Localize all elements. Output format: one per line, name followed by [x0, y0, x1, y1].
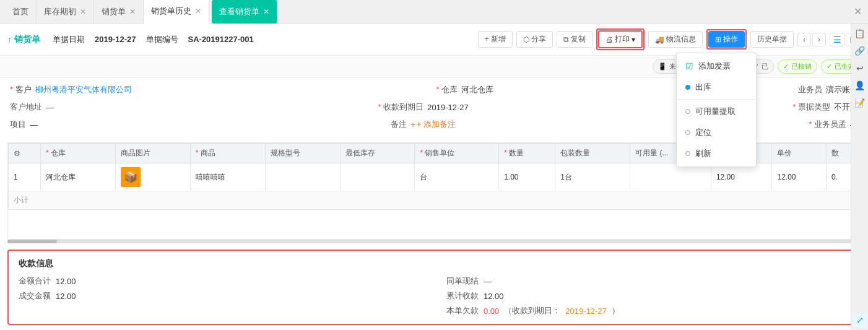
tab-sales-history[interactable]: 销货单历史 ✕ — [144, 0, 209, 24]
staff-label: 业务员 — [798, 84, 822, 95]
prev-button[interactable]: ‹ — [797, 33, 811, 46]
print-arrow: ▾ — [631, 35, 635, 44]
table-scrollbar[interactable] — [7, 240, 861, 243]
customer-field: 客户 柳州粤港平安气体有限公司 — [10, 84, 132, 95]
project-value: — — [30, 120, 38, 129]
col-product: * 商品 — [190, 144, 265, 163]
sidebar-edit-icon[interactable]: 📝 — [853, 95, 867, 110]
close-sales-tab[interactable]: ✕ — [129, 7, 136, 16]
share-button[interactable]: ⬡ 分享 — [516, 31, 553, 48]
subtotal-label: 小计 — [9, 191, 860, 210]
owed-note: （收款到期日： — [504, 305, 560, 316]
list-layout-button[interactable]: ☰ — [830, 33, 844, 46]
payment-owed-row: 本单欠款 0.00 （收款到期日： 2019-12-27 ） — [446, 305, 849, 316]
customer-value[interactable]: 柳州粤港平安气体有限公司 — [35, 84, 132, 95]
close-history-tab[interactable]: ✕ — [195, 7, 201, 15]
share-icon: ⬡ — [523, 35, 529, 44]
cell-no: 1 — [9, 163, 41, 191]
global-close-button[interactable]: ✕ — [854, 6, 862, 17]
sidebar-return-icon[interactable]: ↩ — [853, 61, 867, 76]
customer-label: 客户 — [10, 84, 32, 95]
col-quantity: * 数量 — [499, 144, 555, 163]
doc-meta: 单据日期 2019-12-27 单据编号 SA-20191227-001 — [53, 34, 478, 45]
close-inventory-tab[interactable]: ✕ — [80, 7, 86, 16]
new-button[interactable]: + 新增 — [478, 31, 513, 48]
cell-quantity: 1.00 — [499, 163, 555, 191]
dropdown-locate[interactable]: 定位 — [677, 122, 756, 143]
cell-price: 12.00 — [772, 163, 826, 191]
next-button[interactable]: › — [812, 33, 826, 46]
grid-icon: ⊞ — [715, 35, 721, 44]
note-field: 备注 + + 添加备注 — [391, 119, 456, 130]
print-icon: 🖨 — [605, 35, 613, 44]
col-settings[interactable]: ⚙ — [9, 144, 41, 163]
operations-highlight: ⊞ 操作 — [706, 29, 747, 50]
cell-unit: 台 — [415, 163, 499, 191]
payment-cumulative-row: 累计收款 12.00 — [446, 290, 849, 302]
col-unit: * 销售单位 — [415, 144, 499, 163]
warehouse-label: 仓库 — [436, 84, 458, 95]
tab-home[interactable]: 首页 — [5, 0, 37, 24]
effective-icon: ✓ — [827, 63, 832, 71]
transaction-label: 成交金额 — [19, 290, 51, 302]
cumulative-value: 12.00 — [484, 292, 504, 301]
sidebar-doc-icon[interactable]: 📋 — [853, 26, 867, 41]
truck-icon: 🚚 — [655, 35, 664, 44]
cell-product: 嘻嘻嘻嘻 — [190, 163, 265, 191]
history-button[interactable]: 历史单据 — [750, 31, 794, 48]
print-button[interactable]: 🖨 打印 ▾ — [598, 30, 643, 48]
operations-button[interactable]: ⊞ 操作 — [708, 31, 745, 48]
radio-dot-2 — [685, 109, 690, 114]
plus-icon: + — [410, 120, 415, 129]
right-sidebar: 📋 🔗 ↩ 👤 📝 ⤢ — [851, 24, 868, 330]
sold-out-pill[interactable]: ✓ 已核销 — [778, 59, 817, 74]
col-spec: 规格型号 — [265, 144, 340, 163]
dropdown-refresh[interactable]: 刷新 — [677, 143, 756, 164]
tab-view-sales[interactable]: 查看销货单 ✕ — [212, 0, 277, 24]
owed-label: 本单欠款 — [446, 305, 479, 316]
sidebar-expand-icon[interactable]: ⤢ — [853, 313, 867, 328]
payment-date-value: 2019-12-27 — [427, 103, 469, 112]
invoice-label: 票据类型 — [792, 102, 830, 113]
cumulative-label: 累计收款 — [446, 290, 479, 302]
nav-arrows: ‹ › — [797, 33, 826, 46]
address-label: 客户地址 — [10, 102, 42, 113]
doc-header: ↑ 销货单 单据日期 2019-12-27 单据编号 SA-20191227-0… — [0, 24, 868, 56]
total-label: 金额合计 — [19, 276, 51, 287]
invoice-type-field: 票据类型 不开票 — [792, 102, 858, 113]
col-image: 商品图片 — [115, 144, 190, 163]
tab-sales-order[interactable]: 销货单 ✕ — [94, 0, 144, 24]
tab-inventory-init[interactable]: 库存期初 ✕ — [37, 0, 94, 24]
sidebar-link-icon[interactable]: 🔗 — [853, 43, 867, 58]
tabs-bar: 首页 库存期初 ✕ 销货单 ✕ 销货单历史 ✕ 查看销货单 ✕ ✕ — [0, 0, 868, 24]
copy-button[interactable]: ⧉ 复制 — [557, 31, 592, 48]
close-view-tab[interactable]: ✕ — [263, 7, 269, 16]
total-value: 12.00 — [56, 277, 76, 286]
sidebar-user-icon[interactable]: 👤 — [853, 78, 867, 93]
radio-dot-3 — [685, 130, 690, 135]
doc-title: ↑ 销货单 — [7, 34, 40, 45]
note-label: 备注 — [391, 119, 407, 130]
logistics-button[interactable]: 🚚 物流信息 — [648, 31, 703, 48]
col-min-stock: 最低库存 — [340, 144, 415, 163]
owed-value: 0.00 — [484, 306, 499, 316]
table-row: 1 河北仓库 📦 嘻嘻嘻嘻 台 1.00 1台 12.00 12.00 — [9, 163, 860, 191]
col-price: 单价 — [772, 144, 826, 163]
payment-title: 收款信息 — [19, 258, 849, 269]
col-warehouse: * 仓库 — [41, 144, 116, 163]
doc-icon: ↑ — [7, 35, 12, 45]
dropdown-outbound[interactable]: 出库 — [677, 77, 756, 98]
dropdown-add-invoice[interactable]: ☑ 添加发票 — [677, 56, 756, 77]
project-label: 项目 — [10, 119, 26, 130]
radio-dot-4 — [685, 151, 690, 156]
copy-icon: ⧉ — [563, 35, 569, 44]
col-pack-qty: 包装数量 — [555, 144, 630, 163]
operations-dropdown: ☑ 添加发票 出库 可用量提取 定位 刷新 — [676, 53, 757, 167]
add-note-button[interactable]: + + 添加备注 — [410, 119, 456, 130]
payment-transaction-row: 成交金额 12.00 — [19, 290, 422, 302]
payment-date-label: 收款到期日 — [378, 102, 424, 113]
dropdown-available-qty[interactable]: 可用量提取 — [677, 101, 756, 122]
warehouse-value: 河北仓库 — [461, 84, 493, 95]
cell-available — [630, 163, 711, 191]
print-ops-highlight: 🖨 打印 ▾ — [596, 28, 644, 50]
